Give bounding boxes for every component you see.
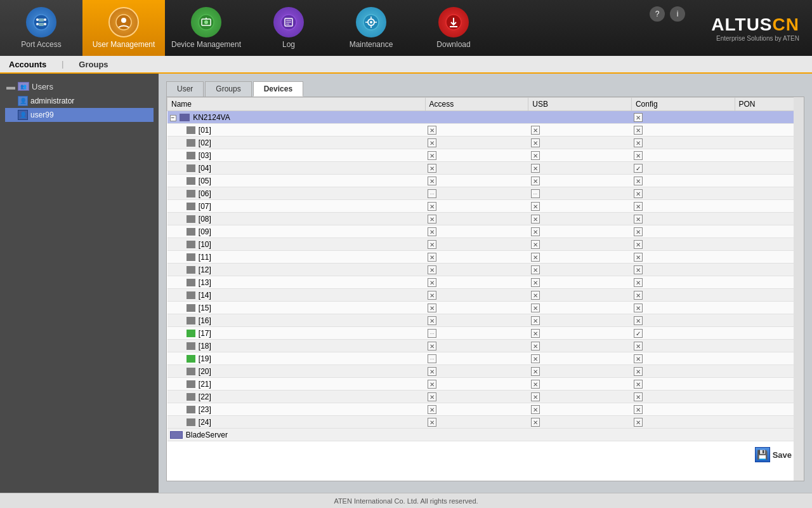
port-usb[interactable]: ✕ xyxy=(528,276,632,289)
port-access[interactable]: ✕ xyxy=(425,200,528,213)
port-usb[interactable]: ✕ xyxy=(528,378,632,391)
port-usb[interactable]: ✕ xyxy=(528,213,632,225)
port-access[interactable]: ✕ xyxy=(425,302,528,314)
nav-log[interactable]: Log xyxy=(247,0,330,56)
nav-maintenance[interactable]: Maintenance xyxy=(330,0,412,56)
port-access[interactable]: ··· xyxy=(425,187,528,200)
port-usb[interactable]: ✕ xyxy=(528,340,632,352)
svg-point-6 xyxy=(44,23,46,25)
port-config[interactable]: ✕ xyxy=(631,352,735,365)
port-config[interactable]: ✕ xyxy=(631,175,735,187)
port-config[interactable]: ✕ xyxy=(631,302,735,314)
port-icon xyxy=(187,164,195,172)
port-usb[interactable]: ✕ xyxy=(528,365,632,378)
port-config[interactable]: ✕ xyxy=(631,365,735,378)
port-access[interactable]: ✕ xyxy=(425,340,528,352)
port-config[interactable]: ✕ xyxy=(631,403,735,416)
port-config[interactable]: ✕ xyxy=(631,225,735,238)
port-icon xyxy=(187,279,195,286)
port-config[interactable]: ✕ xyxy=(631,340,735,352)
save-button[interactable]: 💾 Save xyxy=(755,447,792,462)
port-access[interactable]: ✕ xyxy=(425,225,528,238)
port-usb[interactable]: ··· xyxy=(528,187,632,200)
nav-device-management[interactable]: Device Management xyxy=(165,0,247,56)
port-config[interactable]: ✓ xyxy=(631,327,735,340)
port-access[interactable]: ✕ xyxy=(425,403,528,416)
port-config[interactable]: ✕ xyxy=(631,289,735,302)
port-usb[interactable]: ✕ xyxy=(528,264,632,276)
port-access[interactable]: ✕ xyxy=(425,213,528,225)
nav-user-management[interactable]: User Management xyxy=(82,0,165,56)
port-usb[interactable]: ✕ xyxy=(528,124,632,137)
port-config[interactable]: ✕ xyxy=(631,137,735,149)
port-usb[interactable]: ✕ xyxy=(528,200,632,213)
port-config[interactable]: ✕ xyxy=(631,200,735,213)
subnav-groups[interactable]: Groups xyxy=(76,58,110,70)
port-config[interactable]: ✓ xyxy=(631,162,735,175)
nav-port-access[interactable]: Port Access xyxy=(0,0,82,56)
port-config[interactable]: ✕ xyxy=(631,416,735,429)
port-usb[interactable]: ✕ xyxy=(528,137,632,149)
scrollbar[interactable] xyxy=(794,97,804,481)
port-access[interactable]: ✕ xyxy=(425,175,528,187)
tab-devices[interactable]: Devices xyxy=(253,81,303,97)
tab-user[interactable]: User xyxy=(166,81,204,97)
port-access[interactable]: ✕ xyxy=(425,416,528,429)
port-usb[interactable]: ✕ xyxy=(528,162,632,175)
port-id: [04] xyxy=(199,164,211,173)
port-usb[interactable]: ✕ xyxy=(528,314,632,327)
sidebar-item-administrator[interactable]: 👤 administrator xyxy=(5,94,154,108)
port-access[interactable]: ✕ xyxy=(425,378,528,391)
device-config-x[interactable]: ✕ xyxy=(634,113,643,122)
port-access[interactable]: ✕ xyxy=(425,137,528,149)
port-config[interactable]: ✕ xyxy=(631,238,735,251)
port-config[interactable]: ✕ xyxy=(631,213,735,225)
tab-groups[interactable]: Groups xyxy=(205,81,251,97)
port-access[interactable]: ✕ xyxy=(425,124,528,137)
port-config[interactable]: ✕ xyxy=(631,276,735,289)
tree-root[interactable]: ▬ 👥 Users xyxy=(5,79,154,94)
port-access[interactable]: ✕ xyxy=(425,251,528,264)
port-access[interactable]: ✕ xyxy=(425,149,528,162)
port-access[interactable]: ··· xyxy=(425,352,528,365)
sidebar-item-user99[interactable]: 👤 user99 xyxy=(5,108,154,122)
port-access[interactable]: ✕ xyxy=(425,264,528,276)
port-usb[interactable]: ✕ xyxy=(528,302,632,314)
port-config[interactable]: ✕ xyxy=(631,149,735,162)
device-access-cell xyxy=(425,111,528,124)
port-config[interactable]: ✕ xyxy=(631,264,735,276)
port-usb[interactable]: ✕ xyxy=(528,289,632,302)
port-usb[interactable]: ✕ xyxy=(528,251,632,264)
nav-download[interactable]: Download xyxy=(412,0,495,56)
table-row: [10] ✕ ✕ ✕ xyxy=(167,238,804,251)
port-config[interactable]: ✕ xyxy=(631,187,735,200)
help-icon[interactable]: ? xyxy=(650,6,665,22)
port-config[interactable]: ✕ xyxy=(631,378,735,391)
info-icon[interactable]: i xyxy=(670,6,685,22)
port-access[interactable]: ··· xyxy=(425,327,528,340)
port-access[interactable]: ✕ xyxy=(425,289,528,302)
port-usb[interactable]: ✕ xyxy=(528,225,632,238)
port-access[interactable]: ✕ xyxy=(425,391,528,403)
port-access[interactable]: ✕ xyxy=(425,365,528,378)
port-access[interactable]: ✕ xyxy=(425,276,528,289)
port-icon xyxy=(187,368,195,375)
table-row: [18] ✕ ✕ ✕ xyxy=(167,340,804,352)
port-config[interactable]: ✕ xyxy=(631,251,735,264)
collapse-device-btn[interactable]: − xyxy=(170,115,176,121)
port-usb[interactable]: ✕ xyxy=(528,391,632,403)
port-config[interactable]: ✕ xyxy=(631,314,735,327)
port-usb[interactable]: ✕ xyxy=(528,175,632,187)
port-usb[interactable]: ✕ xyxy=(528,416,632,429)
port-usb[interactable]: ✕ xyxy=(528,238,632,251)
port-usb[interactable]: ✕ xyxy=(528,149,632,162)
port-access[interactable]: ✕ xyxy=(425,238,528,251)
port-usb[interactable]: ✕ xyxy=(528,352,632,365)
port-config[interactable]: ✕ xyxy=(631,391,735,403)
port-config[interactable]: ✕ xyxy=(631,124,735,137)
subnav-accounts[interactable]: Accounts xyxy=(6,58,49,70)
port-access[interactable]: ✕ xyxy=(425,162,528,175)
port-access[interactable]: ✕ xyxy=(425,314,528,327)
port-usb[interactable]: ✕ xyxy=(528,403,632,416)
port-usb[interactable]: ✕ xyxy=(528,327,632,340)
